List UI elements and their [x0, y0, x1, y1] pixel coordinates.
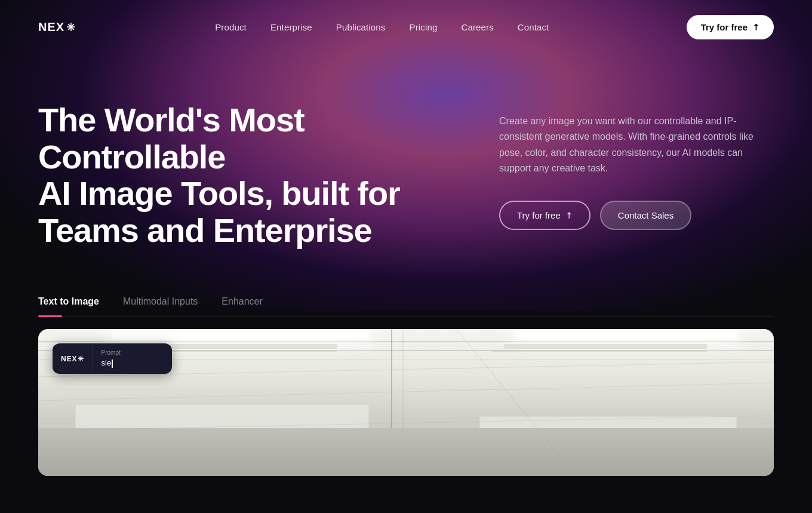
- hero-contact-sales-button[interactable]: Contact Sales: [600, 201, 691, 230]
- tab-enhancer[interactable]: Enhancer: [222, 296, 263, 317]
- prompt-card-logo: NEX✳: [53, 345, 93, 373]
- prompt-value: sle: [102, 358, 164, 368]
- nav-link-enterprise[interactable]: Enterprise: [259, 22, 324, 32]
- hero-contact-label: Contact Sales: [618, 210, 673, 220]
- tab-enhancer-label: Enhancer: [222, 296, 263, 306]
- hero-title-line2: AI Image Tools, built for: [38, 174, 400, 212]
- prompt-card-logo-text: NEX✳: [61, 355, 84, 363]
- nav-link-contact[interactable]: Contact: [506, 22, 561, 32]
- hero-section: The World's Most Controllable AI Image T…: [0, 54, 812, 284]
- tab-multimodal-inputs-label: Multimodal Inputs: [123, 296, 198, 306]
- nav-item-careers[interactable]: Careers: [449, 22, 505, 32]
- hero-actions: Try for free ↗ Contact Sales: [499, 201, 774, 230]
- svg-line-1: [38, 383, 774, 401]
- tabs-list: Text to Image Multimodal Inputs Enhancer: [38, 296, 774, 317]
- svg-rect-5: [504, 344, 707, 349]
- nav-link-careers[interactable]: Careers: [449, 22, 505, 32]
- nav-link-product[interactable]: Product: [203, 22, 259, 32]
- hero-left-column: The World's Most Controllable AI Image T…: [38, 102, 451, 248]
- tab-multimodal-inputs[interactable]: Multimodal Inputs: [123, 296, 198, 317]
- logo-text: NEX✳: [38, 20, 78, 34]
- hero-try-label: Try for free: [517, 210, 561, 220]
- hero-try-free-button[interactable]: Try for free ↗: [499, 201, 590, 230]
- prompt-text: sle: [102, 358, 112, 367]
- svg-rect-7: [492, 350, 707, 352]
- svg-line-2: [38, 416, 774, 431]
- nav-item-contact[interactable]: Contact: [506, 22, 561, 32]
- nav-item-pricing[interactable]: Pricing: [398, 22, 450, 32]
- logo-star-icon: ✳: [64, 21, 78, 34]
- hero-description: Create any image you want with our contr…: [499, 113, 774, 177]
- nav-links: Product Enterprise Publications Pricing …: [203, 22, 561, 32]
- hero-title: The World's Most Controllable AI Image T…: [38, 102, 451, 248]
- hero-try-arrow-icon: ↗: [563, 209, 575, 221]
- nav-cta-arrow-icon: ↗: [750, 21, 762, 33]
- hero-title-line3: Teams and Enterprise: [38, 211, 372, 249]
- prompt-card-content: Prompt sle: [93, 343, 172, 374]
- hero-title-line1: The World's Most Controllable: [38, 101, 304, 176]
- prompt-card: NEX✳ Prompt sle: [53, 343, 172, 374]
- cursor-blink: [112, 360, 113, 368]
- nav-item-product[interactable]: Product: [203, 22, 259, 32]
- tab-text-to-image-label: Text to Image: [38, 296, 99, 306]
- logo: NEX✳: [38, 20, 78, 34]
- nav-item-enterprise[interactable]: Enterprise: [259, 22, 324, 32]
- tabs-section: Text to Image Multimodal Inputs Enhancer: [0, 296, 812, 317]
- prompt-logo-star-icon: ✳: [78, 355, 84, 363]
- nav-link-publications[interactable]: Publications: [324, 22, 398, 32]
- demo-area: NEX✳ Prompt sle: [38, 329, 774, 476]
- nav-cta-label: Try for free: [701, 22, 748, 32]
- prompt-label: Prompt: [102, 349, 164, 356]
- nav-item-publications[interactable]: Publications: [324, 22, 398, 32]
- tab-text-to-image[interactable]: Text to Image: [38, 296, 99, 317]
- navigation: NEX✳ Product Enterprise Publications Pri…: [0, 0, 812, 54]
- nav-try-free-button[interactable]: Try for free ↗: [687, 15, 774, 39]
- nav-link-pricing[interactable]: Pricing: [398, 22, 450, 32]
- hero-right-column: Create any image you want with our contr…: [499, 102, 774, 230]
